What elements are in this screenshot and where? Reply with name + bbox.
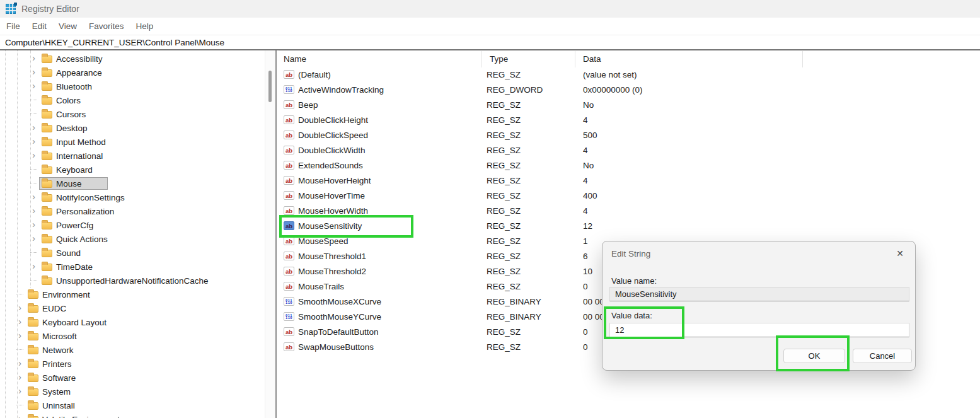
tree-node[interactable]: Software [25, 371, 78, 384]
tree-item[interactable]: Uninstall [0, 398, 275, 412]
tree-node[interactable]: Uninstall [25, 399, 78, 412]
tree-node[interactable]: Desktop [39, 122, 90, 134]
tree-item[interactable]: EUDC [0, 301, 275, 315]
tree-node[interactable]: Sound [39, 247, 83, 259]
tree-item[interactable]: Accessibility [0, 52, 275, 66]
registry-path: Computer\HKEY_CURRENT_USER\Control Panel… [5, 38, 224, 47]
registry-value-row[interactable]: Beep REG_SZ No [279, 97, 980, 112]
column-header-name[interactable]: Name [279, 51, 482, 67]
tree-node[interactable]: Printers [25, 357, 74, 370]
column-header-data[interactable]: Data [575, 51, 803, 67]
menu-item[interactable]: Help [136, 21, 154, 31]
tree-node[interactable]: Personalization [39, 205, 117, 218]
value-name-field[interactable] [609, 287, 909, 301]
tree-node[interactable]: System [25, 385, 73, 398]
tree-item[interactable]: Keyboard [0, 163, 275, 177]
tree-node[interactable]: UnsupportedHardwareNotificationCache [39, 274, 211, 287]
value-type: REG_BINARY [482, 297, 575, 306]
chevron-right-icon[interactable] [14, 317, 25, 327]
chevron-right-icon[interactable] [14, 289, 25, 299]
tree-node[interactable]: Colors [39, 94, 83, 107]
value-data-field[interactable] [609, 323, 909, 337]
tree-node[interactable]: Keyboard Layout [25, 316, 109, 328]
tree-item[interactable]: Cursors [0, 107, 275, 121]
tree-item[interactable]: Microsoft [0, 329, 275, 343]
tree-item[interactable]: PowerCfg [0, 218, 275, 232]
column-header-type[interactable]: Type [482, 51, 575, 67]
tree-item[interactable]: Printers [0, 357, 275, 371]
tree-item[interactable]: Desktop [0, 121, 275, 135]
tree-scrollbar[interactable] [265, 50, 275, 418]
tree-item[interactable]: Software [0, 371, 275, 385]
tree-node[interactable]: NotifyIconSettings [39, 191, 127, 204]
tree-item[interactable]: Sound [0, 246, 275, 260]
chevron-right-icon[interactable] [14, 345, 25, 355]
address-bar[interactable]: Computer\HKEY_CURRENT_USER\Control Panel… [0, 35, 980, 50]
value-type: REG_SZ [482, 115, 575, 125]
chevron-right-icon[interactable] [14, 331, 25, 341]
tree-item-label: Software [42, 373, 76, 383]
tree-item[interactable]: Quick Actions [0, 232, 275, 246]
menu-item[interactable]: Favorites [89, 21, 124, 31]
menu-item[interactable]: View [59, 21, 77, 31]
registry-value-row[interactable]: DoubleClickWidth REG_SZ 4 [279, 142, 980, 158]
tree-node[interactable]: Appearance [39, 66, 105, 79]
registry-value-row[interactable]: DoubleClickSpeed REG_SZ 500 [279, 127, 980, 142]
tree-node[interactable]: Input Method [39, 136, 108, 148]
tree-item[interactable]: Appearance [0, 66, 275, 79]
tree-item[interactable]: System [0, 385, 275, 398]
pane-separator[interactable] [275, 50, 277, 418]
tree-node[interactable]: Volatile Environment [25, 413, 122, 418]
tree-item[interactable]: UnsupportedHardwareNotificationCache [0, 274, 275, 287]
tree-node[interactable]: PowerCfg [39, 219, 96, 231]
tree-node[interactable]: Bluetooth [39, 80, 95, 93]
value-type: REG_SZ [482, 70, 575, 79]
tree-node[interactable]: Environment [25, 288, 93, 301]
tree-scrollbar-thumb[interactable] [268, 71, 272, 102]
tree-node[interactable]: Accessibility [39, 52, 105, 65]
tree-item[interactable]: Volatile Environment [0, 412, 275, 418]
tree-item[interactable]: TimeDate [0, 260, 275, 274]
tree-node[interactable]: Microsoft [25, 330, 79, 342]
registry-value-row[interactable]: ActiveWindowTracking REG_DWORD 0x0000000… [279, 82, 980, 97]
tree-item[interactable]: Network [0, 343, 275, 357]
tree-item[interactable]: Input Method [0, 135, 275, 149]
value-type: REG_SZ [482, 221, 575, 231]
tree-item[interactable]: International [0, 149, 275, 163]
registry-value-row[interactable]: ExtendedSounds REG_SZ No [279, 158, 980, 173]
registry-value-row[interactable]: MouseHoverTime REG_SZ 400 [279, 188, 980, 203]
chevron-right-icon[interactable] [14, 414, 25, 418]
menu-item[interactable]: Edit [32, 21, 47, 31]
chevron-right-icon[interactable] [14, 359, 25, 369]
registry-value-row[interactable]: MouseHoverHeight REG_SZ 4 [279, 173, 980, 188]
tree-item[interactable]: Colors [0, 93, 275, 107]
folder-icon [42, 208, 52, 216]
tree-node[interactable]: EUDC [25, 302, 69, 315]
tree-node[interactable]: Cursors [39, 108, 88, 120]
tree-item[interactable]: NotifyIconSettings [0, 190, 275, 204]
tree-item-label: Uninstall [42, 401, 75, 410]
tree-node[interactable]: Quick Actions [39, 233, 110, 245]
chevron-right-icon[interactable] [14, 386, 25, 397]
chevron-right-icon[interactable] [14, 400, 25, 410]
chevron-right-icon[interactable] [14, 373, 25, 383]
ok-button[interactable]: OK [783, 349, 845, 363]
tree-node[interactable]: Mouse [39, 177, 108, 190]
registry-value-row[interactable]: DoubleClickHeight REG_SZ 4 [279, 112, 980, 127]
tree-item[interactable]: Environment [0, 287, 275, 301]
registry-value-row[interactable]: (Default) REG_SZ (value not set) [279, 67, 980, 82]
registry-value-row[interactable]: MouseSensitivity REG_SZ 12 [279, 218, 980, 233]
cancel-button[interactable]: Cancel [853, 349, 912, 363]
close-icon[interactable] [894, 247, 906, 260]
tree-item[interactable]: Personalization [0, 204, 275, 218]
chevron-right-icon[interactable] [14, 303, 25, 313]
tree-node[interactable]: TimeDate [39, 260, 95, 273]
registry-value-row[interactable]: MouseHoverWidth REG_SZ 4 [279, 203, 980, 218]
tree-node[interactable]: Keyboard [39, 163, 95, 176]
tree-item[interactable]: Keyboard Layout [0, 315, 275, 329]
tree-item[interactable]: Bluetooth [0, 79, 275, 93]
menu-item[interactable]: File [6, 21, 20, 31]
tree-node[interactable]: Network [25, 344, 76, 356]
tree-node[interactable]: International [39, 149, 105, 162]
tree-item[interactable]: Mouse [0, 177, 275, 190]
